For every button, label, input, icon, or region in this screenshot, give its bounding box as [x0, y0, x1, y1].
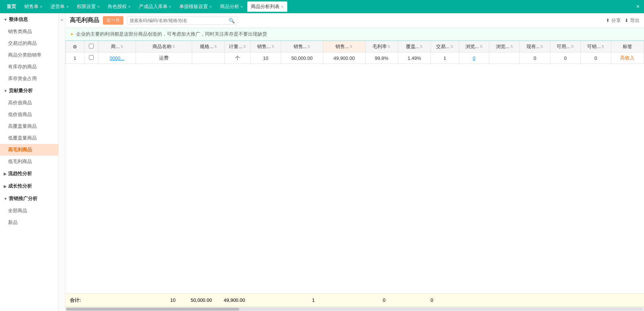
th-cover[interactable]: 覆盖...⇅	[398, 41, 431, 53]
nav-tab-home[interactable]: 首页	[3, 1, 20, 12]
cell-code[interactable]: 0000...	[98, 53, 136, 64]
sort-icon: ⇅	[271, 45, 274, 48]
cell-sales-profit: 49,900.00	[323, 53, 365, 64]
sidebar-item-category-rate[interactable]: 商品分类助销率	[0, 49, 58, 61]
th-name[interactable]: 商品名称⇅	[136, 41, 192, 53]
sidebar-item-sales-goods[interactable]: 销售类商品	[0, 26, 58, 37]
th-spec[interactable]: 规格...⇅	[192, 41, 225, 53]
cell-spec	[192, 53, 225, 64]
sidebar-item-traded-goods[interactable]: 交易过的商品	[0, 37, 58, 49]
cell-stock3: 0	[580, 53, 611, 64]
th-code[interactable]: 商...⇅	[98, 41, 136, 53]
cell-unit: 个	[225, 53, 251, 64]
th-browse1[interactable]: 浏览...⇅	[459, 41, 489, 53]
sort-icon: ⇅	[350, 45, 353, 48]
sort-icon: ⇅	[243, 45, 246, 48]
sidebar-item-stock-funds[interactable]: 库存资金占用	[0, 73, 58, 84]
close-all-button[interactable]: ×	[635, 3, 641, 10]
page-title: 高毛利商品	[70, 17, 99, 24]
close-icon[interactable]: ×	[40, 4, 42, 9]
tag-label: 高收入	[620, 55, 634, 61]
sort-icon: ⇅	[480, 45, 483, 48]
horizontal-scrollbar[interactable]	[65, 307, 644, 311]
sum-stock1: 0	[372, 297, 396, 303]
th-stock2[interactable]: 可用...⇅	[550, 41, 580, 53]
sidebar-item-high-coverage[interactable]: 高覆盖量商品	[0, 120, 58, 132]
search-icon[interactable]: 🔍	[229, 18, 235, 23]
sidebar-group-marketing[interactable]: ▼ 营销推广分析	[0, 192, 58, 205]
sidebar-item-low-margin[interactable]: 低毛利商品	[0, 156, 58, 167]
close-icon[interactable]: ×	[66, 4, 68, 9]
select-all-checkbox[interactable]	[89, 44, 94, 48]
sum-trade: 1	[302, 297, 324, 303]
export-button[interactable]: ⬇ 导出	[625, 17, 640, 24]
expand-arrow-icon: ▶	[4, 172, 7, 176]
sum-stock3: 0	[420, 297, 444, 303]
sidebar-item-high-margin[interactable]: 高毛利商品	[0, 144, 58, 156]
sum-sales-qty: 10	[161, 297, 185, 303]
nav-tab-sales[interactable]: 销售单 ×	[21, 1, 46, 12]
nav-tab-permissions[interactable]: 权限设置 ×	[73, 1, 103, 12]
th-browse2[interactable]: 浏览...⇅	[489, 41, 520, 53]
top-nav: 首页 销售单 × 进货单 × 权限设置 × 角色授权 × 产成品入库单 × 单据…	[0, 0, 644, 13]
sidebar-collapse-button[interactable]: «	[59, 13, 65, 311]
close-icon[interactable]: ×	[169, 4, 171, 9]
sidebar-item-low-coverage[interactable]: 低覆盖量商品	[0, 132, 58, 144]
th-sales-profit[interactable]: 销售...⇅	[323, 41, 365, 53]
th-trade[interactable]: 交易...⇅	[431, 41, 459, 53]
cell-idx: 1	[66, 53, 84, 64]
sidebar-group-overall[interactable]: ▼ 整体信息	[0, 13, 58, 26]
cell-tag: 高收入	[611, 53, 644, 64]
nav-tab-analysis-list[interactable]: 商品分析列表 ×	[247, 1, 287, 12]
close-icon[interactable]: ×	[128, 4, 130, 9]
cell-stock1: 0	[520, 53, 550, 64]
nav-tab-analysis[interactable]: 商品分析 ×	[216, 1, 247, 12]
sidebar-group-trend[interactable]: ▶ 流趋性分析	[0, 167, 58, 180]
th-unit[interactable]: 计量...⇅	[225, 41, 251, 53]
nav-tab-template[interactable]: 单据模板设置 ×	[176, 1, 215, 12]
cell-sales-amt: 50,000.00	[281, 53, 323, 64]
row-checkbox[interactable]	[89, 55, 94, 60]
th-stock1[interactable]: 现有...⇅	[520, 41, 550, 53]
search-input[interactable]	[130, 18, 227, 23]
cell-stock2: 0	[550, 53, 580, 64]
th-tag[interactable]: 标签	[611, 41, 644, 53]
table-container[interactable]: ⚙ 商...⇅ 商品名称⇅ 规格...⇅	[65, 41, 644, 293]
scrollbar-thumb	[66, 308, 239, 311]
table-header-row: ⚙ 商...⇅ 商品名称⇅ 规格...⇅	[66, 41, 644, 53]
sidebar-item-all-goods[interactable]: 全部商品	[0, 205, 58, 217]
sidebar-item-in-stock[interactable]: 有库存的商品	[0, 61, 58, 73]
cell-browse1[interactable]: 0	[459, 53, 489, 64]
cell-browse2	[489, 53, 520, 64]
sidebar-group-contribution[interactable]: ▼ 贡献量分析	[0, 84, 58, 97]
cell-name: 运费	[136, 53, 192, 64]
search-box: 🔍	[127, 17, 237, 25]
th-gross-rate[interactable]: 毛利率⇅	[365, 41, 398, 53]
th-sales-amt[interactable]: 销售...⇅	[281, 41, 323, 53]
sort-icon: ⇅	[307, 45, 310, 48]
close-icon[interactable]: ×	[209, 4, 212, 9]
sort-icon: ⇅	[120, 45, 123, 48]
cell-checkbox	[84, 53, 98, 64]
content-header: 高毛利商品 近一月 🔍 ⬆ 分享 ⬇ 导出	[65, 13, 644, 28]
settings-icon[interactable]: ⚙	[73, 44, 77, 50]
sidebar-item-low-value[interactable]: 低价值商品	[0, 109, 58, 120]
nav-tab-roles[interactable]: 角色授权 ×	[104, 1, 134, 12]
close-icon[interactable]: ×	[281, 4, 283, 9]
th-checkbox	[84, 41, 98, 53]
sidebar-group-growth[interactable]: ▶ 成长性分析	[0, 180, 58, 192]
th-stock3[interactable]: 可销...⇅	[580, 41, 611, 53]
footer-sum: 合计: 10 50,000.00 49,900.00 1 0 0	[65, 293, 644, 307]
th-sales-qty[interactable]: 销售...⇅	[251, 41, 281, 53]
close-icon[interactable]: ×	[241, 4, 243, 9]
share-button[interactable]: ⬆ 分享	[606, 17, 621, 24]
sum-label: 合计:	[65, 297, 161, 304]
sidebar-item-new-goods[interactable]: 新品	[0, 217, 58, 228]
filter-recent-month-button[interactable]: 近一月	[103, 16, 123, 25]
close-icon[interactable]: ×	[97, 4, 100, 9]
export-icon: ⬇	[625, 18, 629, 23]
nav-tab-inventory[interactable]: 产成品入库单 ×	[135, 1, 175, 12]
nav-tab-purchase[interactable]: 进货单 ×	[47, 1, 72, 12]
cell-gross-rate: 99.8%	[365, 53, 398, 64]
sidebar-item-high-value[interactable]: 高价值商品	[0, 97, 58, 109]
